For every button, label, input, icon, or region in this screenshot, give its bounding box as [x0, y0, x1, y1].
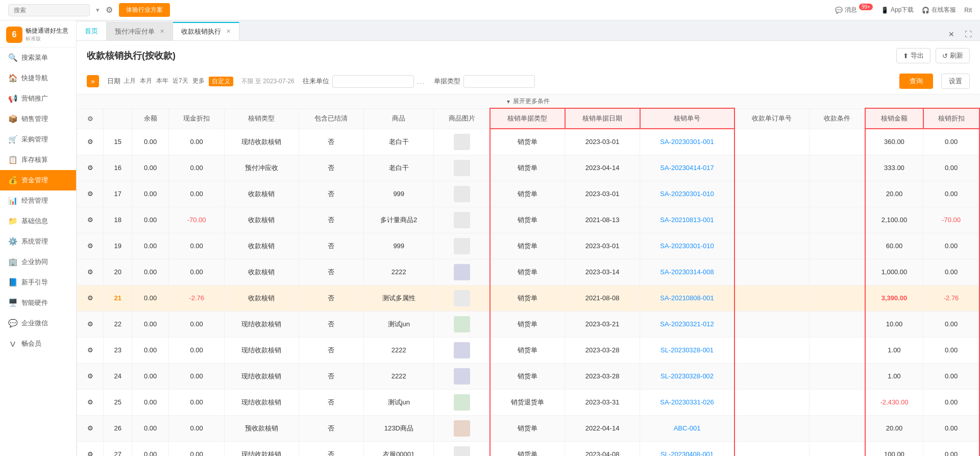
- bill-no-link[interactable]: SL-20230408-001: [660, 450, 714, 456]
- filter-expand-button[interactable]: »: [87, 75, 99, 87]
- sidebar-item-business[interactable]: 📊 经营管理: [0, 190, 76, 211]
- bell-icon: 💬: [835, 7, 843, 14]
- date-7days[interactable]: 近7天: [173, 77, 188, 86]
- user-menu[interactable]: Rit: [964, 7, 972, 14]
- date-custom-label[interactable]: 自定义: [209, 77, 233, 86]
- td-gear[interactable]: ⚙: [77, 389, 104, 415]
- th-product[interactable]: 商品: [363, 108, 433, 129]
- bill-no-link[interactable]: SA-20230301-010: [660, 242, 714, 250]
- sidebar-item-search[interactable]: 🔍 搜索菜单: [0, 47, 76, 68]
- sidebar-item-sales[interactable]: 📦 销售管理: [0, 109, 76, 129]
- th-bill-type[interactable]: 核销单据类型: [490, 108, 565, 129]
- th-bill-date[interactable]: 核销单据日期: [565, 108, 640, 129]
- expand-conditions-bar[interactable]: ▾ 展开更多条件: [77, 94, 980, 108]
- sidebar-item-hardware[interactable]: 🖥️ 智能硬件: [0, 293, 76, 313]
- bill-no-link[interactable]: SA-20210813-001: [660, 216, 714, 224]
- table-row: ⚙ 23 0.00 0.00 现结收款核销 否 2222 销货单 2023-03…: [77, 337, 980, 363]
- date-this-month[interactable]: 本月: [140, 77, 152, 86]
- th-cash-discount[interactable]: 现金折扣: [169, 108, 225, 129]
- gear-icon[interactable]: ⚙: [106, 5, 113, 15]
- sidebar-label-purchase: 采购管理: [21, 135, 48, 144]
- th-verify-discount[interactable]: 核销折扣: [923, 108, 979, 129]
- bill-type-select[interactable]: 销货单 销货退货单: [463, 75, 535, 88]
- sidebar-item-guide[interactable]: 📘 新手引导: [0, 272, 76, 293]
- tab-receipt[interactable]: 收款核销执行 ✕: [173, 22, 239, 40]
- td-gear[interactable]: ⚙: [77, 259, 104, 285]
- td-receipt-cond: [809, 181, 865, 207]
- page-title: 收款核销执行(按收款): [87, 50, 176, 62]
- notification-link[interactable]: 💬 消息 99+: [835, 6, 873, 14]
- bill-no-link[interactable]: SA-20230301-010: [660, 190, 714, 198]
- td-gear[interactable]: ⚙: [77, 285, 104, 311]
- sidebar-item-member[interactable]: V 畅会员: [0, 333, 76, 354]
- tab-maximize-button[interactable]: ⛶: [961, 28, 976, 40]
- td-gear[interactable]: ⚙: [77, 233, 104, 259]
- td-cash-discount: -70.00: [169, 207, 225, 233]
- date-more[interactable]: 更多: [192, 77, 205, 86]
- bill-no-link[interactable]: SA-20230301-001: [660, 138, 714, 146]
- th-verify-amount[interactable]: 核销金额: [865, 108, 923, 129]
- td-gear[interactable]: ⚙: [77, 363, 104, 389]
- sidebar-item-quick-nav[interactable]: 🏠 快捷导航: [0, 68, 76, 88]
- bill-no-link[interactable]: SA-20230321-012: [660, 320, 714, 328]
- unit-input[interactable]: [332, 75, 414, 88]
- td-verify-discount: 0.00: [923, 311, 979, 337]
- td-gear[interactable]: ⚙: [77, 155, 104, 181]
- td-gear[interactable]: ⚙: [77, 311, 104, 337]
- th-balance[interactable]: 余额: [132, 108, 169, 129]
- sidebar-item-inventory[interactable]: 📋 库存核算: [0, 150, 76, 170]
- td-gear[interactable]: ⚙: [77, 441, 104, 456]
- search-input[interactable]: [8, 4, 90, 16]
- td-verify-amount: 1,000.00: [865, 259, 923, 285]
- date-last-month[interactable]: 上月: [124, 77, 136, 86]
- th-receipt-cond[interactable]: 收款条件: [809, 108, 865, 129]
- sidebar-item-marketing[interactable]: 📢 营销推广: [0, 88, 76, 109]
- th-product-img[interactable]: 商品图片: [434, 108, 490, 129]
- unit-filter-label: 往来单位: [303, 77, 329, 86]
- th-bill-no[interactable]: 核销单号: [640, 108, 734, 129]
- bill-no-link[interactable]: SA-20210808-001: [660, 294, 714, 302]
- business-icon: 📊: [8, 196, 17, 205]
- td-bill-type: 销货单: [490, 285, 565, 311]
- search-input-wrapper[interactable]: [8, 4, 90, 16]
- sidebar-item-system[interactable]: ⚙️ 系统管理: [0, 231, 76, 252]
- th-gear[interactable]: ⚙: [77, 108, 104, 129]
- export-button[interactable]: ⬆ 导出: [896, 48, 930, 63]
- online-service-link[interactable]: 🎧 在线客服: [922, 6, 956, 14]
- sidebar-label-finance: 资金管理: [21, 176, 48, 185]
- bill-no-link[interactable]: SA-20230314-008: [660, 268, 714, 276]
- td-gear[interactable]: ⚙: [77, 337, 104, 363]
- refresh-button[interactable]: ↺ 刷新: [936, 48, 970, 63]
- td-gear[interactable]: ⚙: [77, 181, 104, 207]
- tab-prepay-close[interactable]: ✕: [160, 28, 164, 35]
- date-this-year[interactable]: 本年: [156, 77, 168, 86]
- tab-prepay[interactable]: 预付冲应付单 ✕: [107, 22, 173, 40]
- tab-close-button[interactable]: ✕: [944, 28, 959, 40]
- td-product: 2222: [363, 337, 433, 363]
- th-verify-type[interactable]: 核销类型: [225, 108, 299, 129]
- bill-no-link[interactable]: SL-20230328-002: [660, 372, 714, 380]
- sidebar-item-base-info[interactable]: 📁 基础信息: [0, 211, 76, 231]
- td-num: 26: [104, 415, 132, 441]
- query-button[interactable]: 查询: [899, 74, 933, 89]
- td-gear[interactable]: ⚙: [77, 129, 104, 155]
- bill-no-link[interactable]: SL-20230328-001: [660, 346, 714, 354]
- sidebar-item-wechat[interactable]: 💬 企业微信: [0, 313, 76, 333]
- th-receipt-order[interactable]: 收款单订单号: [734, 108, 809, 129]
- td-gear[interactable]: ⚙: [77, 415, 104, 441]
- bill-no-link[interactable]: SA-20230414-017: [660, 164, 714, 172]
- tab-receipt-close[interactable]: ✕: [226, 28, 231, 35]
- bill-no-link[interactable]: ABC-001: [674, 424, 701, 432]
- tab-home[interactable]: 首页: [77, 22, 107, 40]
- app-download-link[interactable]: 📱 App下载: [881, 6, 914, 14]
- sidebar-label-hardware: 智能硬件: [21, 298, 48, 307]
- sidebar-item-finance[interactable]: 💰 资金管理: [0, 170, 76, 190]
- td-gear[interactable]: ⚙: [77, 207, 104, 233]
- th-include-settled[interactable]: 包含已结清: [299, 108, 363, 129]
- td-product-img: [434, 389, 490, 415]
- sidebar-item-enterprise[interactable]: 🏢 企业协同: [0, 252, 76, 272]
- bill-no-link[interactable]: SA-20230331-026: [660, 398, 714, 406]
- industry-solution-button[interactable]: 体验行业方案: [119, 3, 170, 17]
- settings-button[interactable]: 设置: [941, 74, 970, 89]
- sidebar-item-purchase[interactable]: 🛒 采购管理: [0, 129, 76, 150]
